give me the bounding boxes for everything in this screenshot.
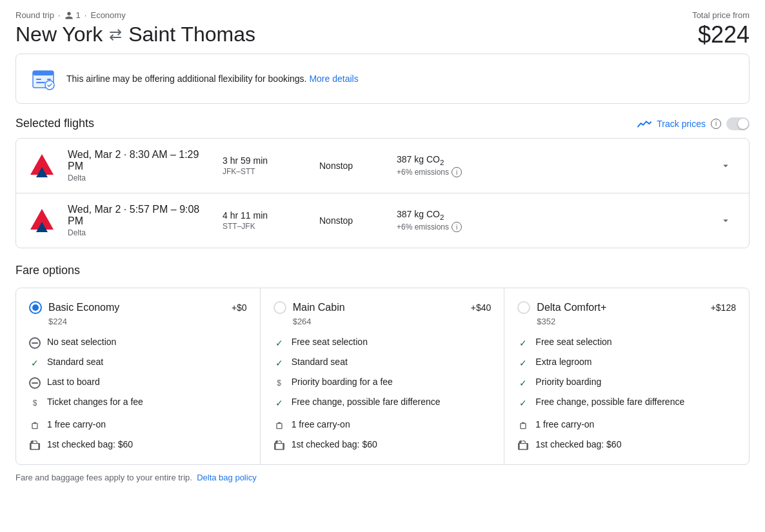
fare-feature: ✓ Standard seat <box>29 357 247 369</box>
fare-price-main: $264 <box>293 317 492 326</box>
flight-duration-1: 3 hr 59 min JFK–STT <box>223 155 306 176</box>
fare-extra-basic: +$0 <box>232 302 247 313</box>
fare-extra-main: +$40 <box>471 302 492 313</box>
more-details-link[interactable]: More details <box>309 74 358 84</box>
emissions-info-icon-1[interactable]: i <box>452 167 462 177</box>
track-prices-toggle[interactable] <box>726 117 750 130</box>
flight-row-outbound: Wed, Mar 2 · 8:30 AM – 1:29 PM Delta 3 h… <box>16 139 749 193</box>
delta-logo-2 <box>29 208 55 233</box>
checked-bag-icon <box>273 440 285 451</box>
delta-bag-policy-link[interactable]: Delta bag policy <box>197 473 257 482</box>
dollar-icon: $ <box>29 397 41 409</box>
fare-feature: $ Priority boarding for a fee <box>273 377 492 389</box>
selected-flights-header: Selected flights Track prices i <box>15 117 750 130</box>
fare-card-comfort-plus: Delta Comfort+ +$128 $352 ✓ Free seat se… <box>504 288 749 464</box>
track-prices-icon <box>637 119 651 129</box>
fare-card-basic-economy: Basic Economy +$0 $224 No seat selection… <box>16 288 261 464</box>
fare-radio-main-cabin[interactable] <box>273 301 286 314</box>
fare-features-main: ✓ Free seat selection ✓ Standard seat $ … <box>273 337 492 409</box>
fare-extra-comfort: +$128 <box>711 302 736 313</box>
trip-info: Round trip · 1 · Economy New York ⇄ Sain… <box>15 10 255 46</box>
flight-time-2: Wed, Mar 2 · 5:57 PM – 9:08 PM <box>68 204 210 227</box>
fare-price-basic: $224 <box>48 317 247 326</box>
check-icon: ✓ <box>517 357 529 369</box>
check-icon: ✓ <box>273 337 285 349</box>
route-arrow: ⇄ <box>109 26 122 44</box>
flexibility-icon <box>30 66 56 92</box>
flight-airline-1: Delta <box>68 173 210 182</box>
flight-emissions-2: 387 kg CO2 +6% emissions i <box>397 209 702 233</box>
fare-feature: ✓ Free change, possible fare difference <box>517 397 736 409</box>
fare-options-title: Fare options <box>15 264 750 277</box>
fare-price-comfort: $352 <box>537 317 736 326</box>
fare-feature: 1 free carry-on <box>29 419 247 431</box>
fare-name-comfort: Delta Comfort+ <box>537 302 606 313</box>
fare-feature: 1st checked bag: $60 <box>29 439 247 451</box>
trip-meta: Round trip · 1 · Economy <box>15 10 255 20</box>
flight-airline-2: Delta <box>68 228 210 237</box>
fare-feature: ✓ Free seat selection <box>517 337 736 349</box>
fare-feature: ✓ Free change, possible fare difference <box>273 397 492 409</box>
fare-radio-comfort-plus[interactable] <box>517 301 530 314</box>
fare-card-main-cabin: Main Cabin +$40 $264 ✓ Free seat selecti… <box>261 288 505 464</box>
fare-feature: 1 free carry-on <box>517 419 736 431</box>
flight-stops-1: Nonstop <box>319 161 384 171</box>
svg-rect-4 <box>47 79 51 80</box>
track-prices-label[interactable]: Track prices <box>657 119 706 129</box>
no-entry-icon <box>29 337 41 349</box>
checked-bag-icon <box>517 440 529 451</box>
trip-type: Round trip <box>15 10 54 20</box>
check-icon: ✓ <box>29 357 41 369</box>
expand-flight-1[interactable] <box>715 155 736 176</box>
destination: Saint Thomas <box>128 23 255 46</box>
footer-note: Fare and baggage fees apply to your enti… <box>15 473 750 482</box>
svg-rect-1 <box>33 71 54 75</box>
track-prices-wrap: Track prices i <box>637 117 750 130</box>
fare-name-basic: Basic Economy <box>48 302 119 313</box>
fare-feature: No seat selection <box>29 337 247 349</box>
svg-rect-2 <box>36 79 41 80</box>
flight-stops-2: Nonstop <box>319 215 384 226</box>
total-price-section: Total price from $224 <box>692 10 750 48</box>
flight-duration-2: 4 hr 11 min STT–JFK <box>223 210 306 231</box>
svg-rect-3 <box>36 82 45 83</box>
flight-info-2: Wed, Mar 2 · 5:57 PM – 9:08 PM Delta <box>68 204 210 237</box>
fare-bag-features-main: 1 free carry-on 1st checked bag: $60 <box>273 419 492 451</box>
fare-feature: Last to board <box>29 377 247 389</box>
fare-feature: 1 free carry-on <box>273 419 492 431</box>
price-label: Total price from <box>692 10 750 20</box>
expand-flight-2[interactable] <box>715 210 736 231</box>
flexibility-banner: This airline may be offering additional … <box>15 54 750 104</box>
selected-flights-title: Selected flights <box>15 117 94 130</box>
fare-feature: ✓ Priority boarding <box>517 377 736 389</box>
fare-radio-basic-economy[interactable] <box>29 301 42 314</box>
fare-feature: ✓ Extra legroom <box>517 357 736 369</box>
dollar-icon: $ <box>273 377 285 389</box>
check-icon: ✓ <box>517 397 529 409</box>
fare-features-comfort: ✓ Free seat selection ✓ Extra legroom ✓ … <box>517 337 736 409</box>
fare-feature: 1st checked bag: $60 <box>517 439 736 451</box>
check-icon: ✓ <box>517 337 529 349</box>
route-title: New York ⇄ Saint Thomas <box>15 23 255 46</box>
emissions-info-icon-2[interactable]: i <box>452 222 462 232</box>
check-icon: ✓ <box>273 357 285 369</box>
fare-feature: ✓ Free seat selection <box>273 337 492 349</box>
track-prices-info-icon[interactable]: i <box>711 119 721 129</box>
flight-time-1: Wed, Mar 2 · 8:30 AM – 1:29 PM <box>68 149 210 172</box>
checked-bag-icon <box>29 440 41 451</box>
banner-text: This airline may be offering additional … <box>66 74 359 84</box>
fare-bag-features-comfort: 1 free carry-on 1st checked bag: $60 <box>517 419 736 451</box>
no-entry-icon <box>29 377 41 389</box>
flight-info-1: Wed, Mar 2 · 8:30 AM – 1:29 PM Delta <box>68 149 210 182</box>
page-header: Round trip · 1 · Economy New York ⇄ Sain… <box>15 10 750 48</box>
fare-feature: $ Ticket changes for a fee <box>29 397 247 409</box>
banner-icon <box>29 64 57 93</box>
fare-feature: ✓ Standard seat <box>273 357 492 369</box>
check-icon: ✓ <box>517 377 529 389</box>
fare-features-basic: No seat selection ✓ Standard seat Last t… <box>29 337 247 409</box>
carryon-icon <box>29 420 41 431</box>
flight-row-return: Wed, Mar 2 · 5:57 PM – 9:08 PM Delta 4 h… <box>16 193 749 248</box>
fare-cards-container: Basic Economy +$0 $224 No seat selection… <box>15 288 750 465</box>
origin: New York <box>15 23 103 46</box>
flights-list: Wed, Mar 2 · 8:30 AM – 1:29 PM Delta 3 h… <box>15 138 750 248</box>
